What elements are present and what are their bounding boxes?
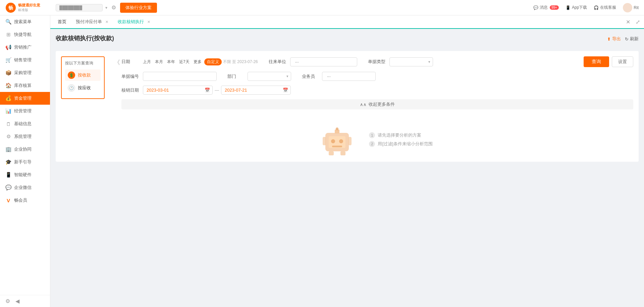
empty-hints: 1 请先选择要分析的方案 2 用[过滤]条件来缩小分析范围 — [369, 132, 432, 147]
sidebar-item-label-guide: 新手引导 — [14, 159, 32, 165]
writeoff-date-range: 📅 — 📅 — [143, 86, 291, 95]
form-row-writeoff: 核销日期 📅 — 📅 — [121, 86, 633, 95]
dept-select-wrap — [248, 72, 291, 81]
doc-type-select[interactable] — [389, 57, 433, 66]
sidebar-item-system[interactable]: ⚙ 系统管理 — [0, 130, 50, 143]
hint-number-2: 2 — [369, 141, 375, 147]
sidebar-item-label-marketing: 营销推广 — [14, 44, 32, 50]
date-shortcut-prev-month[interactable]: 上月 — [142, 58, 152, 65]
sidebar-collapse-icon[interactable]: ◀ — [15, 298, 19, 304]
settings-gear-icon[interactable]: ⚙ — [110, 3, 117, 12]
app-logo: 畅 畅捷通好生意 标准版 — [5, 2, 56, 13]
writeoff-date-end[interactable] — [221, 86, 291, 95]
company-selector[interactable]: ████████ — [56, 4, 103, 11]
user-avatar[interactable]: Rit — [623, 3, 639, 12]
export-btn[interactable]: ⬆ 导出 — [607, 36, 621, 42]
finance-icon: 💰 — [5, 95, 11, 101]
tab-expand-icon[interactable]: ⤢ — [634, 17, 641, 27]
docno-label: 单据编号 — [121, 73, 139, 80]
sidebar-item-purchase[interactable]: 📦 采购管理 — [0, 66, 50, 79]
sidebar-item-label-search: 搜索菜单 — [14, 19, 32, 25]
filter-by-receivable[interactable]: 🕐 按应收 — [65, 82, 101, 94]
card-toolbar: ⬆ 导出 ↻ 刷新 — [607, 36, 639, 42]
export-icon: ⬆ — [607, 37, 611, 42]
filter-receivable-icon: 🕐 — [68, 84, 75, 92]
tab-collection-close[interactable]: ✕ — [147, 20, 150, 24]
company-dropdown-icon[interactable]: ▾ — [105, 5, 107, 10]
page-title: 收款核销执行(按收款) — [56, 34, 114, 42]
guide-icon: 🎓 — [5, 159, 11, 165]
sidebar-item-label-system: 系统管理 — [14, 134, 32, 140]
tab-prepay[interactable]: 预付冲应付单 ✕ — [71, 15, 113, 29]
app-name: 畅捷通好生意 — [18, 3, 40, 8]
counterpart-placeholder: ··· — [295, 59, 299, 64]
app-download-btn[interactable]: 📱 App下载 — [566, 5, 587, 10]
date-shortcut-this-year[interactable]: 本年 — [166, 58, 176, 65]
sidebar-item-enterprise[interactable]: 🏢 企业协同 — [0, 143, 50, 156]
filter-sidebar-title: 按以下方案查询 — [65, 60, 101, 66]
page-content: 收款核销执行(按收款) ⬆ 导出 ↻ 刷新 按以下方 — [50, 29, 644, 307]
tab-close-all-icon[interactable]: ✕ — [625, 17, 632, 27]
sidebar-item-wechat[interactable]: 💬 企业微信 — [0, 181, 50, 194]
writeoff-date-start[interactable] — [143, 86, 213, 95]
sidebar-item-marketing[interactable]: 📢 营销推广 — [0, 41, 50, 54]
collapse-more-btn[interactable]: ∧∧ 收起更多条件 — [121, 99, 633, 109]
tab-collection[interactable]: 收款核销执行 ✕ — [113, 15, 155, 29]
sidebar-item-operations[interactable]: 📊 经营管理 — [0, 105, 50, 117]
content-card: 按以下方案查询 💲 按收款 🕐 按应收 《 — [56, 51, 639, 162]
sidebar-item-basic[interactable]: 🗒 基础信息 — [0, 117, 50, 130]
main-area: 首页 预付冲应付单 ✕ 收款核销执行 ✕ ✕ ⤢ 收款核销执行(按收款) — [50, 15, 644, 307]
doc-type-select-wrap — [389, 57, 433, 66]
app-edition: 标准版 — [18, 8, 40, 12]
sidebar-item-inventory[interactable]: 🏠 库存核算 — [0, 79, 50, 92]
marketing-icon: 📢 — [5, 44, 11, 50]
date-shortcut-this-month[interactable]: 本月 — [154, 58, 164, 65]
message-btn[interactable]: 💬 消息 99+ — [533, 5, 559, 10]
system-icon: ⚙ — [5, 134, 11, 140]
settings-btn[interactable]: 设置 — [612, 56, 633, 67]
filter-by-receipt[interactable]: 💲 按收款 — [65, 69, 101, 81]
sidebar-item-shortcut[interactable]: ⊞ 快捷导航 — [0, 28, 50, 41]
online-service-btn[interactable]: 🎧 在线客服 — [594, 5, 616, 10]
app-download-icon: 📱 — [566, 5, 571, 10]
sidebar-item-search[interactable]: 🔍 搜索菜单 — [0, 15, 50, 28]
sidebar-item-guide[interactable]: 🎓 新手引导 — [0, 156, 50, 168]
filter-collapse-btn[interactable]: 《 — [113, 57, 121, 68]
dept-label: 部门 — [227, 73, 244, 80]
sidebar-settings-icon[interactable]: ⚙ — [5, 298, 10, 304]
date-shortcut-7days[interactable]: 近7天 — [178, 58, 191, 65]
date-shortcut-custom[interactable]: 自定义 — [204, 58, 222, 65]
sidebar-item-label-basic: 基础信息 — [14, 121, 32, 127]
tabbar-actions: ✕ ⤢ — [625, 17, 641, 27]
sidebar-item-sales[interactable]: 🛒 销售管理 — [0, 54, 50, 66]
form-row-date: 日期 上月 本月 本年 近7天 更多 自定义 不限 至 2023-07-26 往… — [121, 56, 633, 67]
tabbar: 首页 预付冲应付单 ✕ 收款核销执行 ✕ ✕ ⤢ — [50, 15, 644, 29]
svg-rect-10 — [348, 137, 352, 145]
company-area: ████████ ▾ ⚙ 体验行业方案 — [56, 3, 533, 13]
refresh-btn[interactable]: ↻ 刷新 — [625, 36, 639, 42]
collapse-up-icon: ∧∧ — [360, 102, 367, 107]
sidebar-item-member[interactable]: V 畅会员 — [0, 194, 50, 207]
docno-input[interactable] — [143, 72, 217, 81]
topbar-right: 💬 消息 99+ 📱 App下载 🎧 在线客服 Rit — [533, 3, 639, 12]
tab-home-label: 首页 — [58, 19, 66, 25]
hint-text-1: 请先选择要分析的方案 — [378, 132, 421, 138]
dept-select[interactable] — [248, 72, 291, 81]
hint-text-2: 用[过滤]条件来缩小分析范围 — [378, 141, 432, 147]
tab-home[interactable]: 首页 — [53, 15, 71, 29]
svg-rect-6 — [332, 146, 342, 147]
sidebar-item-finance[interactable]: 💰 资金管理 — [0, 92, 50, 105]
hint-number-1: 1 — [369, 132, 375, 138]
tab-prepay-close[interactable]: ✕ — [105, 20, 108, 24]
date-shortcut-more[interactable]: 更多 — [192, 58, 203, 65]
filter-receivable-label: 按应收 — [78, 85, 91, 91]
salesperson-input[interactable]: ··· — [322, 72, 376, 81]
counterpart-input[interactable]: ··· — [290, 57, 357, 66]
form-row-docno: 单据编号 部门 业务员 ··· — [121, 72, 633, 81]
query-btn[interactable]: 查询 — [584, 56, 609, 67]
industry-btn[interactable]: 体验行业方案 — [120, 3, 157, 13]
purchase-icon: 📦 — [5, 70, 11, 76]
sidebar-item-hardware[interactable]: 📱 智能硬件 — [0, 168, 50, 181]
date-range-separator: — — [215, 88, 219, 93]
salesperson-placeholder: ··· — [327, 74, 331, 79]
